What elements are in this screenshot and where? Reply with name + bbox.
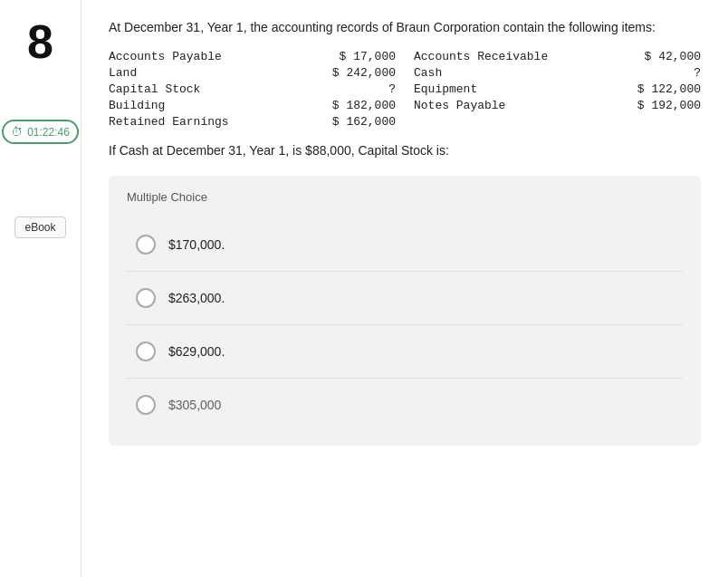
question-intro: At December 31, Year 1, the accounting r… xyxy=(109,18,701,37)
table-row: Land $ 242,000 xyxy=(109,66,396,80)
acct-val: $ 42,000 xyxy=(645,50,701,63)
table-row: Accounts Receivable $ 42,000 xyxy=(414,50,701,63)
acct-name: Accounts Receivable xyxy=(414,50,548,63)
option-3[interactable]: $629,000. xyxy=(127,325,683,379)
option-1[interactable]: $170,000. xyxy=(127,218,683,272)
acct-val: ? xyxy=(694,66,701,80)
accounting-table: Accounts Payable $ 17,000 Land $ 242,000… xyxy=(109,50,701,129)
acct-name: Retained Earnings xyxy=(109,115,229,129)
option-2-text: $263,000. xyxy=(168,291,225,305)
timer-icon: ⏱ xyxy=(11,125,23,139)
acct-name: Capital Stock xyxy=(109,82,200,96)
table-row: Retained Earnings $ 162,000 xyxy=(109,115,396,129)
option-4-text: $305,000 xyxy=(168,398,221,412)
acct-name: Accounts Payable xyxy=(109,50,222,63)
question-number: 8 xyxy=(27,18,53,65)
acct-val: $ 182,000 xyxy=(332,99,396,112)
option-3-text: $629,000. xyxy=(168,344,225,359)
acct-val: ? xyxy=(388,82,396,96)
acct-val: $ 192,000 xyxy=(637,99,701,112)
radio-option-2[interactable] xyxy=(136,288,156,308)
timer-value: 01:22:46 xyxy=(27,126,70,139)
if-cash-text: If Cash at December 31, Year 1, is $88,0… xyxy=(109,143,701,158)
sidebar: 8 ⏱ 01:22:46 eBook xyxy=(0,0,81,577)
table-row: Cash ? xyxy=(414,66,701,80)
table-row: Capital Stock ? xyxy=(109,82,396,96)
option-1-text: $170,000. xyxy=(168,237,225,252)
acct-val: $ 17,000 xyxy=(340,50,396,63)
left-column: Accounts Payable $ 17,000 Land $ 242,000… xyxy=(109,50,396,129)
radio-option-4[interactable] xyxy=(136,395,156,415)
acct-val: $ 242,000 xyxy=(332,66,396,80)
mc-label: Multiple Choice xyxy=(127,190,683,204)
main-content: At December 31, Year 1, the accounting r… xyxy=(81,0,728,577)
radio-option-3[interactable] xyxy=(136,341,156,361)
acct-name: Notes Payable xyxy=(414,99,505,112)
table-row: Building $ 182,000 xyxy=(109,99,396,112)
ebook-button[interactable]: eBook xyxy=(14,216,65,238)
acct-name: Land xyxy=(109,66,137,80)
acct-name: Equipment xyxy=(414,82,477,96)
acct-name: Cash xyxy=(414,66,442,80)
timer-badge[interactable]: ⏱ 01:22:46 xyxy=(2,120,79,144)
radio-option-1[interactable] xyxy=(136,235,156,255)
acct-name: Building xyxy=(109,99,165,112)
table-row: Accounts Payable $ 17,000 xyxy=(109,50,396,63)
acct-val: $ 122,000 xyxy=(637,82,701,96)
table-row: Notes Payable $ 192,000 xyxy=(414,99,701,112)
option-4[interactable]: $305,000 xyxy=(127,379,683,431)
right-column: Accounts Receivable $ 42,000 Cash ? Equi… xyxy=(414,50,701,129)
table-row: Equipment $ 122,000 xyxy=(414,82,701,96)
acct-val: $ 162,000 xyxy=(332,115,396,129)
multiple-choice-container: Multiple Choice $170,000. $263,000. $629… xyxy=(109,176,701,446)
option-2[interactable]: $263,000. xyxy=(127,272,683,325)
